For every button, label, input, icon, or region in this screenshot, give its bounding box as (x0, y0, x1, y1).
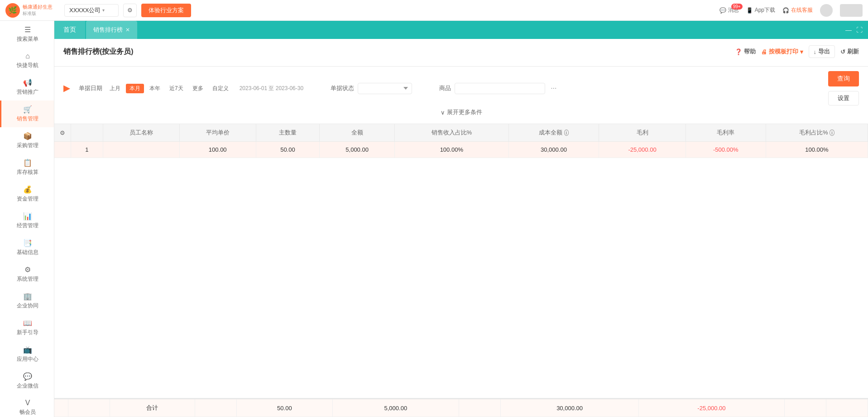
company-dropdown-arrow: ▾ (102, 8, 105, 13)
footer-cost: 30,000.00 (500, 399, 638, 417)
tab-active-label: 销售排行榜 (93, 26, 123, 34)
sidebar-item-8[interactable]: 📑 基础信息 (0, 234, 54, 261)
sidebar-item-1[interactable]: ⌂ 快捷导航 (0, 48, 54, 74)
sidebar-icon-9: ⚙ (24, 265, 31, 274)
footer-row: 合计 50.00 5,000.00 30,000.00 -25,000.00 (54, 399, 868, 417)
query-button[interactable]: 查询 (828, 71, 859, 86)
app-root: 🌿 畅康通好生意 标准版 XXXXX公司 ▾ ⚙ 体验行业方案 💬 消息 99+… (0, 0, 868, 417)
sidebar: ☰ 搜索菜单 ⌂ 快捷导航 📢 营销推广 🛒 销售管理 📦 采购管理 📋 库存核… (0, 21, 54, 417)
footer-empty-2 (68, 399, 110, 417)
grosspct-info-icon[interactable]: i (830, 129, 834, 136)
row-name-0 (103, 142, 179, 158)
date-filter-label: 单据日期 (79, 84, 102, 92)
sidebar-item-11[interactable]: 📖 新手引导 (0, 314, 54, 341)
col-amount: 全额 (320, 124, 395, 142)
footer-sales-pct (459, 399, 500, 417)
sidebar-label-13: 企业微信 (17, 382, 38, 390)
goods-input[interactable] (455, 83, 545, 94)
sidebar-label-4: 采购管理 (17, 142, 38, 149)
footer-gross: -25,000.00 (639, 399, 784, 417)
table-wrapper: ⚙ 员工名称 平均单价 主数量 全额 销售收入占比% 成本全额 i 毛利 毛利率 (54, 124, 868, 398)
user-avatar[interactable] (820, 4, 833, 17)
date-tab-prev[interactable]: 上月 (106, 84, 124, 93)
row-sales-pct-0: 100.00% (395, 142, 508, 158)
sidebar-label-9: 系统管理 (17, 275, 38, 283)
date-tab-current[interactable]: 本月 (126, 84, 144, 93)
col-rank (71, 124, 103, 142)
sidebar-label-0: 搜索菜单 (17, 35, 38, 43)
sidebar-item-3[interactable]: 🛒 销售管理 (0, 101, 54, 127)
tab-sales-ranking[interactable]: 销售排行榜 ✕ (86, 21, 137, 39)
sidebar-icon-5: 📋 (23, 158, 32, 167)
print-button[interactable]: 🖨 按模板打印 ▾ (761, 48, 803, 56)
headset-icon: 🎧 (782, 7, 789, 14)
status-select[interactable] (358, 83, 412, 94)
sidebar-item-5[interactable]: 📋 库存核算 (0, 154, 54, 181)
goods-filter: 商品 ··· (439, 83, 558, 94)
sidebar-item-14[interactable]: V 畅会员 (0, 394, 54, 417)
date-tab-7days[interactable]: 近7天 (166, 84, 187, 93)
sidebar-item-7[interactable]: 📊 经营管理 (0, 207, 54, 234)
date-tab-custom[interactable]: 自定义 (209, 84, 232, 93)
expand-label: 展开更多条件 (447, 108, 482, 116)
table-header-row: ⚙ 员工名称 平均单价 主数量 全额 销售收入占比% 成本全额 i 毛利 毛利率 (54, 124, 868, 142)
company-selector[interactable]: XXXXX公司 ▾ (64, 4, 119, 17)
sidebar-item-9[interactable]: ⚙ 系统管理 (0, 261, 54, 288)
sidebar-label-1: 快捷导航 (17, 62, 38, 69)
sidebar-item-2[interactable]: 📢 营销推广 (0, 74, 54, 101)
settings-button[interactable]: 设置 (828, 91, 859, 105)
tab-minimize-icon[interactable]: — (845, 26, 852, 34)
date-tab-more[interactable]: 更多 (189, 84, 207, 93)
col-main-qty: 主数量 (256, 124, 319, 142)
sidebar-label-10: 企业协同 (17, 302, 38, 310)
home-tab-label: 首页 (63, 26, 76, 34)
sidebar-item-12[interactable]: 📺 应用中心 (0, 341, 54, 368)
export-icon: ↓ (814, 48, 817, 55)
goods-filter-label: 商品 (439, 84, 451, 92)
footer-gross-rate (784, 399, 826, 417)
col-gross-pct: 毛利占比% i (766, 124, 868, 142)
filter-expand-icon[interactable]: ▶ (63, 83, 70, 93)
sidebar-item-0[interactable]: ☰ 搜索菜单 (0, 21, 54, 48)
online-service-button[interactable]: 🎧 在线客服 (782, 6, 813, 14)
settings-icon-btn[interactable]: ⚙ (123, 4, 137, 17)
row-cost-0: 30,000.00 (508, 142, 599, 158)
sidebar-item-10[interactable]: 🏢 企业协同 (0, 288, 54, 314)
sidebar-label-14: 畅会员 (19, 408, 36, 416)
col-cost: 成本全额 i (508, 124, 599, 142)
row-settings-0[interactable] (54, 142, 71, 158)
export-button[interactable]: ↓ 导出 (809, 45, 835, 58)
row-gross-rate-0: -500.00% (686, 142, 766, 158)
trial-button[interactable]: 体验行业方案 (141, 4, 191, 17)
expand-more-filters[interactable]: ∨ 展开更多条件 (63, 105, 859, 119)
content-area: 首页 销售排行榜 ✕ — ⛶ 销售排行榜(按业务员) (54, 21, 868, 417)
help-button[interactable]: ❓ 帮助 (735, 48, 756, 56)
footer-avg-price (195, 399, 236, 417)
tab-home[interactable]: 首页 (54, 21, 85, 39)
goods-more-icon[interactable]: ··· (549, 84, 558, 92)
sidebar-item-13[interactable]: 💬 企业微信 (0, 368, 54, 394)
tab-close-icon[interactable]: ✕ (125, 27, 130, 33)
table-footer-area: 合计 50.00 5,000.00 30,000.00 -25,000.00 (54, 398, 868, 417)
refresh-button[interactable]: ↺ 刷新 (840, 48, 859, 56)
user-name-area[interactable] (840, 4, 863, 17)
company-name: XXXXX公司 (69, 6, 101, 14)
sidebar-item-6[interactable]: 💰 资金管理 (0, 181, 54, 207)
footer-table: 合计 50.00 5,000.00 30,000.00 -25,000.00 (54, 398, 868, 417)
footer-empty-1 (54, 399, 68, 417)
cost-info-icon[interactable]: i (564, 129, 569, 136)
sidebar-item-4[interactable]: 📦 采购管理 (0, 127, 54, 154)
date-tab-year[interactable]: 本年 (146, 84, 164, 93)
chevron-down-icon: ∨ (441, 109, 445, 116)
col-settings[interactable]: ⚙ (54, 124, 71, 142)
message-button[interactable]: 💬 消息 99+ (719, 6, 739, 14)
row-main-qty-0: 50.00 (256, 142, 319, 158)
query-area: 查询 设置 (828, 71, 859, 105)
sidebar-label-11: 新手引导 (17, 329, 38, 336)
status-filter: 单据状态 (331, 83, 412, 94)
col-sales-pct: 销售收入占比% (395, 124, 508, 142)
app-download-button[interactable]: 📱 App下载 (746, 6, 775, 14)
tab-fullscreen-icon[interactable]: ⛶ (856, 26, 863, 34)
sidebar-icon-7: 📊 (23, 212, 32, 220)
message-icon: 💬 (719, 7, 726, 14)
